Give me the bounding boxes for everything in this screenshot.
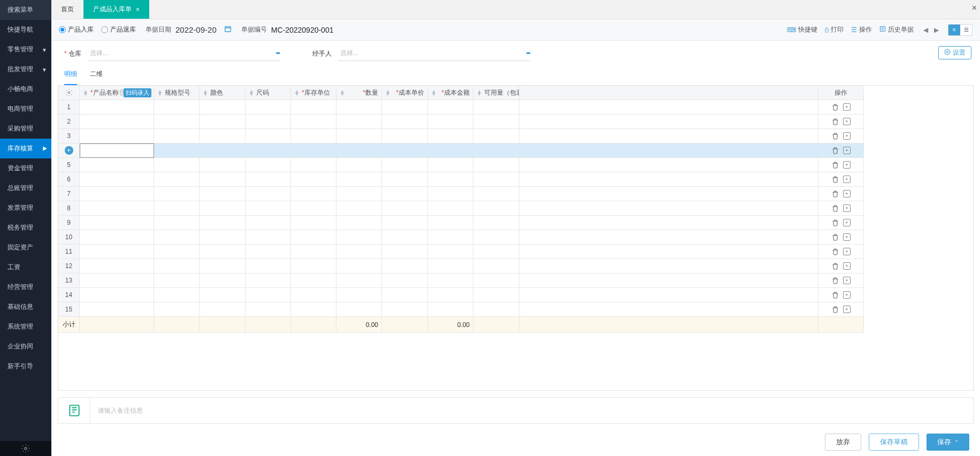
cell-product-name[interactable]: [80, 115, 154, 129]
copy-row-icon[interactable]: +: [843, 306, 851, 313]
cell[interactable]: [473, 273, 519, 288]
cell[interactable]: [382, 129, 428, 143]
cell[interactable]: [382, 245, 428, 259]
scan-badge[interactable]: 扫码录入: [124, 88, 151, 97]
radio-product-in[interactable]: 产品入库: [59, 25, 94, 34]
shortcut-button[interactable]: ⌨ 快捷键: [787, 25, 817, 34]
cell-product-name[interactable]: [80, 273, 154, 288]
sidebar-item-7[interactable]: 库存核算◀: [0, 139, 51, 158]
cell[interactable]: [428, 216, 473, 230]
cell[interactable]: [200, 245, 246, 259]
cell[interactable]: [291, 302, 336, 317]
sidebar-item-11[interactable]: 税务管理: [0, 218, 51, 238]
cell[interactable]: [291, 158, 336, 172]
delete-row-icon[interactable]: [831, 147, 839, 154]
cell[interactable]: [291, 259, 336, 273]
cell[interactable]: [428, 230, 473, 245]
copy-row-icon[interactable]: +: [843, 277, 851, 284]
cell[interactable]: [291, 273, 336, 288]
row-num[interactable]: +: [58, 143, 80, 158]
cell-product-name[interactable]: [80, 302, 154, 317]
sidebar-item-14[interactable]: 经营管理: [0, 277, 51, 297]
delete-row-icon[interactable]: [831, 190, 839, 197]
cell[interactable]: [246, 143, 291, 158]
cell[interactable]: [246, 302, 291, 317]
cell-product-name[interactable]: [80, 158, 154, 172]
sidebar-item-9[interactable]: 总账管理: [0, 178, 51, 198]
warehouse-select[interactable]: 选择... •••: [88, 46, 280, 61]
cell[interactable]: [336, 100, 382, 115]
delete-row-icon[interactable]: [831, 291, 839, 299]
sidebar-item-5[interactable]: 电商管理: [0, 99, 51, 119]
col-available[interactable]: ▲▼可用量（包装）: [473, 86, 519, 100]
delete-row-icon[interactable]: [831, 306, 839, 313]
cell[interactable]: [382, 259, 428, 273]
cell[interactable]: [428, 201, 473, 216]
col-cost-price[interactable]: ▲▼*成本单价: [382, 86, 428, 100]
cell[interactable]: [336, 288, 382, 302]
copy-row-icon[interactable]: +: [843, 262, 851, 270]
cell[interactable]: [382, 302, 428, 317]
delete-row-icon[interactable]: [831, 204, 839, 212]
cell[interactable]: [428, 100, 473, 115]
cell[interactable]: [473, 158, 519, 172]
delete-row-icon[interactable]: [831, 219, 839, 226]
cell[interactable]: [473, 129, 519, 143]
cell[interactable]: [473, 143, 519, 158]
cell-product-name[interactable]: [80, 187, 154, 201]
cell[interactable]: [154, 245, 200, 259]
settings-button[interactable]: 设置: [938, 46, 971, 59]
copy-row-icon[interactable]: +: [843, 219, 851, 226]
cell[interactable]: [336, 259, 382, 273]
copy-row-icon[interactable]: +: [843, 204, 851, 212]
sidebar-item-18[interactable]: 新手引导: [0, 356, 51, 376]
cell[interactable]: [428, 245, 473, 259]
sidebar-item-3[interactable]: 批发管理▼: [0, 59, 51, 79]
delete-row-icon[interactable]: [831, 262, 839, 270]
cell[interactable]: [382, 273, 428, 288]
delete-row-icon[interactable]: [831, 248, 839, 255]
col-spec[interactable]: ▲▼规格型号: [154, 86, 200, 100]
cell-product-name[interactable]: [80, 129, 154, 143]
cell[interactable]: [382, 216, 428, 230]
cell[interactable]: [473, 230, 519, 245]
sidebar-item-6[interactable]: 采购管理: [0, 119, 51, 139]
sidebar-item-10[interactable]: 发票管理: [0, 198, 51, 218]
cell[interactable]: [200, 187, 246, 201]
cell[interactable]: [200, 129, 246, 143]
cell[interactable]: [428, 115, 473, 129]
cell[interactable]: [473, 216, 519, 230]
cell[interactable]: [200, 273, 246, 288]
cell[interactable]: [473, 187, 519, 201]
cell[interactable]: [246, 172, 291, 187]
action-button[interactable]: ☰ 操作: [851, 25, 872, 34]
cell[interactable]: [428, 273, 473, 288]
cell[interactable]: [382, 143, 428, 158]
cell[interactable]: [246, 100, 291, 115]
cell[interactable]: [473, 201, 519, 216]
cell[interactable]: [154, 187, 200, 201]
cell-product-name[interactable]: [80, 201, 154, 216]
sidebar-item-8[interactable]: 资金管理: [0, 158, 51, 178]
cell[interactable]: [382, 187, 428, 201]
cell[interactable]: [291, 216, 336, 230]
cell[interactable]: [291, 172, 336, 187]
cell[interactable]: [154, 216, 200, 230]
tab-0[interactable]: 首页: [51, 0, 83, 19]
cell[interactable]: [291, 245, 336, 259]
cell[interactable]: [473, 302, 519, 317]
ellipsis-icon[interactable]: •••: [275, 50, 279, 57]
cell[interactable]: [428, 187, 473, 201]
cell[interactable]: [473, 288, 519, 302]
cell[interactable]: [154, 100, 200, 115]
cell[interactable]: [291, 187, 336, 201]
cell-product-name[interactable]: [80, 100, 154, 115]
col-config[interactable]: [58, 86, 80, 100]
sidebar-item-12[interactable]: 固定资产: [0, 238, 51, 257]
cell-product-name[interactable]: [80, 259, 154, 273]
copy-row-icon[interactable]: +: [843, 291, 851, 299]
cell[interactable]: [200, 143, 246, 158]
sidebar-item-16[interactable]: 系统管理: [0, 317, 51, 337]
tab-1[interactable]: 产成品入库单×: [83, 0, 149, 19]
print-button[interactable]: ⎙ 打印: [825, 25, 844, 34]
